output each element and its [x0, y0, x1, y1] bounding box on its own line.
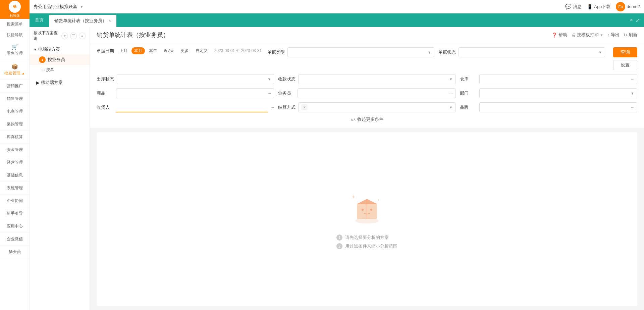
edit-scheme-btn[interactable]: ☰: [70, 33, 77, 39]
date-btn-more[interactable]: 更多: [178, 47, 192, 54]
sidebar-item-ecommerce[interactable]: 电商管理: [0, 105, 29, 118]
desktop-scheme-title[interactable]: ▼ 电脑端方案: [30, 44, 90, 54]
consignee-ellipsis[interactable]: ···: [271, 105, 274, 110]
sidebar-item-sales[interactable]: 销售管理: [0, 93, 29, 105]
query-btn[interactable]: 查询: [613, 47, 637, 57]
sidebar-item-label: 销售管理: [7, 96, 23, 101]
tab-close-icon[interactable]: ×: [109, 18, 111, 23]
warehouse-ellipsis[interactable]: ···: [631, 77, 634, 82]
subitem-icon: ⊞: [42, 68, 45, 72]
sidebar-item-label: 资金管理: [7, 147, 23, 152]
export-label[interactable]: 导出: [611, 32, 620, 38]
empty-step-2: 2 用过滤条件来缩小分析范围: [336, 243, 397, 249]
doc-status-label: 单据状态: [438, 49, 456, 55]
print-icon: 🖨: [571, 33, 576, 38]
payment-select[interactable]: × ▼: [298, 102, 455, 112]
date-btn-last-7[interactable]: 近7天: [161, 47, 177, 54]
tab-home[interactable]: 首页: [30, 13, 49, 27]
add-scheme-btn[interactable]: +: [61, 33, 68, 39]
sidebar-item-retail[interactable]: 🛒 零售管理: [0, 40, 29, 60]
message-label[interactable]: 消息: [573, 4, 582, 10]
collapse-btn[interactable]: ∧∧ 收起更多条件: [351, 116, 383, 122]
sidebar-item-basic[interactable]: 基础信息: [0, 169, 29, 182]
step-1-num: 1: [336, 235, 342, 241]
doc-type-select[interactable]: ▼: [287, 47, 434, 57]
sidebar-item-system[interactable]: 系统管理: [0, 182, 29, 195]
page-header: 销货单统计表（按业务员） ❓ 帮助 🖨 按模板打印 ▼ ↑ 导出: [90, 27, 644, 43]
tab-close-all-icon[interactable]: ×: [630, 17, 633, 23]
refresh-icon: ↻: [624, 33, 627, 38]
topbar-left: 办公用品行业模拟账套 ▼: [34, 4, 84, 10]
print-btn[interactable]: 🖨 按模板打印 ▼: [571, 32, 603, 38]
logo-text: 标账版: [10, 13, 20, 18]
warehouse-label: 仓库: [460, 76, 477, 82]
out-status-select[interactable]: ▼: [117, 74, 274, 84]
tab-expand-icon[interactable]: ⤢: [636, 17, 640, 23]
refresh-btn[interactable]: ↻ 刷新: [624, 32, 637, 38]
topbar: 办公用品行业模拟账套 ▼ 💬 消息 📱 App下载 Ea demo2: [30, 0, 644, 13]
quick-nav-label[interactable]: 快捷导航: [7, 33, 23, 37]
print-label[interactable]: 按模板打印: [577, 32, 599, 38]
brand-select[interactable]: ···: [479, 102, 637, 112]
search-menu-label[interactable]: 搜索菜单: [7, 22, 23, 27]
mobile-scheme-title[interactable]: ▶ 移动端方案: [30, 78, 90, 88]
app-logo: 畅 标账版: [0, 0, 30, 19]
export-btn[interactable]: ↑ 导出: [607, 32, 620, 38]
sidebar-item-member[interactable]: 畅会员: [0, 246, 29, 258]
user-avatar-btn[interactable]: Ea demo2: [616, 2, 640, 11]
scheme-item-by-salesman[interactable]: ● 按业务员: [30, 54, 90, 65]
quick-nav[interactable]: 快捷导航: [0, 30, 29, 40]
sidebar-item-label: 基础信息: [7, 173, 23, 177]
dropdown-icon[interactable]: ▼: [80, 5, 84, 9]
sidebar-item-wholesale[interactable]: 📦 批发管理 ▲: [0, 60, 29, 80]
app-download-btn[interactable]: 📱 App下载: [587, 4, 610, 10]
tab-home-label: 首页: [35, 17, 44, 23]
sidebar-item-purchase[interactable]: 采购管理: [0, 118, 29, 131]
consignee-input[interactable]: [116, 102, 268, 112]
receipt-status-select[interactable]: ▼: [298, 74, 455, 84]
arrow-down-icon: ▼: [34, 48, 37, 51]
sidebar-item-finance[interactable]: 资金管理: [0, 144, 29, 156]
salesman-ellipsis[interactable]: ···: [449, 91, 453, 96]
date-btn-this-year[interactable]: 本年: [146, 47, 160, 54]
date-btn-this-month[interactable]: 本月: [131, 47, 145, 54]
salesman-select[interactable]: ···: [298, 88, 455, 98]
date-btn-custom[interactable]: 自定义: [193, 47, 210, 54]
sidebar-item-apps[interactable]: 应用中心: [0, 220, 29, 233]
date-btn-last-month[interactable]: 上月: [117, 47, 130, 54]
sidebar-item-inventory[interactable]: 库存核算: [0, 131, 29, 144]
sidebar-item-newbie[interactable]: 新手引导: [0, 207, 29, 220]
empty-step-1: 1 请先选择要分析的方案: [336, 235, 397, 241]
goods-select[interactable]: ···: [116, 88, 274, 98]
goods-ellipsis[interactable]: ···: [268, 91, 271, 96]
sidebar-item-wechat[interactable]: 企业微信: [0, 233, 29, 246]
doc-status-select[interactable]: ▼: [459, 47, 605, 57]
search-menu[interactable]: 搜索菜单: [0, 19, 29, 30]
sidebar-item-label: 采购管理: [7, 122, 23, 126]
out-status-arrow-icon: ▼: [267, 77, 271, 81]
username-label[interactable]: demo2: [627, 4, 640, 9]
sidebar-item-label: 应用中心: [7, 224, 23, 228]
brand-ellipsis[interactable]: ···: [631, 105, 634, 110]
sidebar-item-enterprise[interactable]: 企业协同: [0, 195, 29, 207]
scheme-item-by-order[interactable]: ⊞ 按单: [30, 65, 90, 75]
empty-state: 1 请先选择要分析的方案 2 用过滤条件来缩小分析范围: [97, 132, 637, 306]
refresh-label[interactable]: 刷新: [629, 32, 637, 38]
help-btn[interactable]: ❓ 帮助: [552, 32, 567, 38]
collapse-label[interactable]: 收起更多条件: [357, 116, 383, 122]
payment-tag-close[interactable]: ×: [303, 105, 306, 110]
help-label[interactable]: 帮助: [558, 32, 567, 38]
consignee-label: 收货人: [97, 104, 113, 110]
app-download-label[interactable]: App下载: [594, 4, 610, 10]
sidebar-item-marketing[interactable]: 营销推广: [0, 80, 29, 93]
setting-btn[interactable]: 设置: [613, 60, 637, 70]
collapse-panel-btn[interactable]: «: [79, 33, 86, 39]
sidebar-item-operations[interactable]: 经营管理: [0, 156, 29, 169]
message-btn[interactable]: 💬 消息: [565, 4, 582, 10]
sidebar-item-label: 新手引导: [7, 211, 23, 216]
dept-select[interactable]: ▼: [479, 88, 637, 98]
payment-tag: ×: [301, 104, 308, 110]
warehouse-select[interactable]: ···: [479, 74, 637, 84]
main-area: 办公用品行业模拟账套 ▼ 💬 消息 📱 App下载 Ea demo2 首页: [30, 0, 644, 310]
tab-sales-stat[interactable]: 销货单统计表（按业务员） ×: [49, 15, 116, 27]
